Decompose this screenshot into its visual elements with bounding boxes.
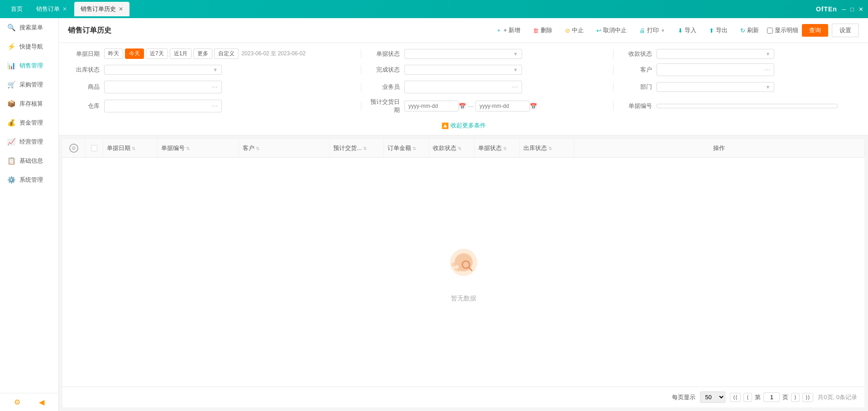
- date-btn-1month[interactable]: 近1月: [170, 48, 192, 59]
- goods-label: 商品: [68, 83, 104, 91]
- delete-icon: 🗑: [533, 27, 539, 34]
- page-number-input[interactable]: [763, 392, 780, 402]
- sidebar-item-finance[interactable]: 💰 资金管理: [0, 113, 58, 132]
- pay-status-select[interactable]: ▼: [657, 49, 774, 59]
- close-button[interactable]: ✕: [858, 6, 863, 13]
- date-btn-7days[interactable]: 近7天: [146, 48, 168, 59]
- th-action: 操作: [574, 140, 864, 157]
- page-title: 销售订单历史: [68, 26, 111, 35]
- th-bill-no[interactable]: 单据编号 ⇅: [158, 140, 239, 157]
- th-bill-status[interactable]: 单据状态 ⇅: [475, 140, 520, 157]
- th-delivery[interactable]: 预计交货... ⇅: [330, 140, 384, 157]
- cancel-stop-button[interactable]: ↩ 取消中止: [592, 24, 631, 37]
- close-history-tab[interactable]: ✕: [119, 6, 123, 12]
- date-btn-custom[interactable]: 自定义: [214, 48, 239, 59]
- bill-no-label: 单据编号: [620, 102, 657, 110]
- close-sales-order-tab[interactable]: ✕: [62, 6, 67, 12]
- table-gear-icon[interactable]: ⚙: [69, 144, 78, 153]
- th-out-status[interactable]: 出库状态 ⇅: [520, 140, 574, 157]
- stop-button[interactable]: ⊘ 中止: [561, 24, 588, 37]
- customer-input[interactable]: ···: [657, 63, 774, 76]
- delivery-start-calendar-icon[interactable]: 📅: [459, 103, 466, 110]
- tab-bar: 首页 销售订单 ✕ 销售订单历史 ✕: [5, 0, 129, 18]
- operations-icon: 📈: [7, 138, 16, 146]
- bill-status-select[interactable]: ▼: [404, 49, 522, 59]
- sidebar-item-sales[interactable]: 📊 销售管理: [0, 56, 58, 75]
- bill-status-sort-icon: ⇅: [503, 146, 507, 151]
- th-amount[interactable]: 订单金额 ⇅: [384, 140, 429, 157]
- filter-row-4: 仓库 ··· 预计交货日期 📅 — 📅 单据编号: [68, 98, 859, 114]
- export-button[interactable]: ⬆ 导出: [705, 24, 732, 37]
- sidebar-item-inventory[interactable]: 📦 库存核算: [0, 94, 58, 113]
- date-btn-more[interactable]: 更多: [193, 48, 212, 59]
- pay-status-sort-icon: ⇅: [458, 146, 461, 151]
- page-size-select[interactable]: 50 20 100: [700, 392, 725, 403]
- table-header: ⚙ 单据日期 ⇅ 单据编号 ⇅ 客户 ⇅ 预计交货...: [62, 139, 864, 158]
- select-all-checkbox[interactable]: [91, 145, 97, 151]
- th-date[interactable]: 单据日期 ⇅: [103, 140, 158, 157]
- sidebar-bottom: ⚙ ◀: [0, 393, 58, 411]
- goods-input[interactable]: ···: [104, 81, 222, 93]
- delete-button[interactable]: 🗑 删除: [528, 24, 557, 37]
- th-pay-status[interactable]: 收款状态 ⇅: [429, 140, 475, 157]
- last-page-button[interactable]: ⟩⟩: [802, 393, 813, 402]
- print-button[interactable]: 🖨 打印 ▼: [635, 24, 670, 37]
- salesman-input[interactable]: ···: [404, 81, 522, 93]
- department-dropdown-icon: ▼: [766, 84, 771, 90]
- print-dropdown-icon: ▼: [661, 28, 665, 33]
- warehouse-input[interactable]: ···: [104, 100, 222, 112]
- settings-button[interactable]: 设置: [832, 24, 859, 37]
- sidebar-collapse-button[interactable]: ◀: [39, 398, 44, 406]
- delivery-start-input[interactable]: [404, 101, 459, 111]
- filter-row-2: 出库状态 ▼ 完成状态 ▼ 客户: [68, 63, 859, 76]
- goods-more-icon: ···: [212, 83, 218, 91]
- complete-status-select[interactable]: ▼: [404, 65, 522, 75]
- date-range-display: 2023-06-02 至 2023-06-02: [241, 50, 305, 58]
- sidebar-item-quick-nav[interactable]: ⚡ 快捷导航: [0, 37, 58, 56]
- sidebar-item-purchase[interactable]: 🛒 采购管理: [0, 75, 58, 94]
- out-status-sort-icon: ⇅: [548, 146, 552, 151]
- delivery-end-input[interactable]: [475, 101, 530, 111]
- sidebar-settings-button[interactable]: ⚙: [14, 398, 20, 406]
- salesman-more-icon: ···: [512, 83, 518, 91]
- date-btn-today[interactable]: 今天: [125, 48, 144, 59]
- department-select[interactable]: ▼: [657, 82, 774, 92]
- delivery-end-calendar-icon[interactable]: 📅: [530, 103, 537, 110]
- out-status-select[interactable]: ▼: [104, 65, 222, 75]
- date-btn-yesterday[interactable]: 昨天: [104, 48, 123, 59]
- sidebar-item-search-menu[interactable]: 🔍 搜索菜单: [0, 18, 58, 37]
- main-layout: 🔍 搜索菜单 ⚡ 快捷导航 📊 销售管理 🛒 采购管理 📦 库存核算 💰 资金管…: [0, 18, 868, 411]
- bill-no-input[interactable]: [657, 104, 838, 108]
- import-button[interactable]: ⬇ 导入: [673, 24, 701, 37]
- th-customer[interactable]: 客户 ⇅: [239, 140, 330, 157]
- customer-sort-icon: ⇅: [256, 146, 259, 151]
- empty-illustration: [441, 242, 486, 287]
- empty-state: 暂无数据: [62, 158, 864, 387]
- customer-label: 客户: [620, 66, 657, 74]
- print-icon: 🖨: [639, 27, 645, 34]
- tab-sales-order[interactable]: 销售订单 ✕: [30, 2, 73, 16]
- svg-point-6: [451, 262, 456, 267]
- refresh-button[interactable]: ↻ 刷新: [736, 24, 763, 37]
- tab-sales-order-history[interactable]: 销售订单历史 ✕: [74, 2, 129, 16]
- next-page-button[interactable]: ⟩: [791, 393, 800, 402]
- display-toggle-checkbox[interactable]: [767, 28, 773, 34]
- restore-button[interactable]: □: [850, 6, 854, 13]
- table-footer: 每页显示 50 20 100 ⟨⟨ ⟨ 第 页 ⟩ ⟩⟩ 共0页, 0条记录: [62, 387, 864, 407]
- amount-sort-icon: ⇅: [412, 146, 416, 151]
- first-page-button[interactable]: ⟨⟨: [730, 393, 741, 402]
- query-button[interactable]: 查询: [802, 24, 828, 37]
- warehouse-more-icon: ···: [212, 102, 218, 110]
- sidebar-item-operations[interactable]: 📈 经营管理: [0, 132, 58, 151]
- minimize-button[interactable]: ─: [842, 6, 846, 13]
- refresh-icon: ↻: [740, 27, 745, 34]
- prev-page-button[interactable]: ⟨: [743, 393, 752, 402]
- sidebar-item-system[interactable]: ⚙️ 系统管理: [0, 170, 58, 189]
- cancel-stop-icon: ↩: [596, 27, 601, 34]
- th-settings[interactable]: ⚙: [62, 139, 85, 157]
- tab-home[interactable]: 首页: [5, 2, 29, 16]
- toolbar: ＋ + 新增 🗑 删除 ⊘ 中止 ↩ 取消中止 🖨 打印: [491, 24, 859, 37]
- sidebar-item-basic[interactable]: 📋 基础信息: [0, 151, 58, 170]
- new-button[interactable]: ＋ + 新增: [491, 24, 525, 37]
- collapse-button[interactable]: 🔼 收起更多条件: [68, 119, 859, 130]
